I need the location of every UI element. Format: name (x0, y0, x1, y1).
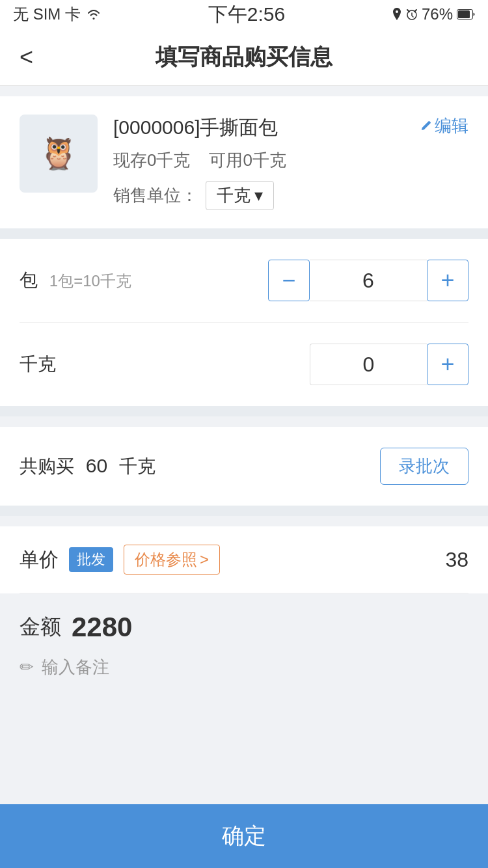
battery-text: 76% (422, 5, 453, 23)
price-ref-label: 价格参照 (135, 549, 197, 570)
price-ref-button[interactable]: 价格参照 > (124, 545, 220, 575)
total-amount: 60 (86, 455, 107, 476)
quantity-control-kg: + (310, 344, 468, 385)
product-info: [0000006]手撕面包 编辑 现存0千克 可用0千克 销售单位： 千克 ▾ (113, 115, 468, 210)
divider-2 (0, 406, 488, 416)
total-row: 共购买 60 千克 录批次 (20, 427, 468, 506)
available-label: 可用0千克 (209, 150, 286, 170)
stock-label: 现存0千克 (113, 150, 190, 170)
price-row: 单价 批发 价格参照 > 38 (20, 545, 468, 593)
price-section: 单价 批发 价格参照 > 38 (0, 526, 488, 593)
quantity-control-bao: − + (268, 260, 468, 301)
product-stock: 现存0千克 可用0千克 (113, 149, 468, 172)
increment-bao-button[interactable]: + (427, 260, 468, 301)
total-label: 共购买 (20, 456, 74, 476)
svg-rect-2 (458, 10, 470, 18)
remark-edit-icon: ✏ (20, 657, 34, 677)
confirm-button[interactable]: 确定 (0, 804, 488, 868)
wifi-icon (86, 8, 102, 20)
quantity-row-bao: 包 1包=10千克 − + (20, 239, 468, 323)
product-image: 🦉 (20, 115, 98, 193)
price-type-tag: 批发 (69, 547, 113, 572)
edit-icon (419, 120, 432, 133)
quantity-label-text-bao: 包 (20, 270, 38, 290)
status-time: 下午2:56 (208, 1, 285, 28)
status-carrier: 无 SIM 卡 (13, 4, 102, 25)
unit-chevron-icon: ▾ (254, 185, 263, 206)
back-button[interactable]: < (20, 44, 33, 71)
unit-value: 千克 (217, 184, 251, 207)
product-owl-icon: 🦉 (39, 135, 78, 172)
divider-1 (0, 228, 488, 239)
quantity-input-bao[interactable] (310, 260, 427, 301)
total-unit: 千克 (119, 456, 156, 476)
decrement-bao-button[interactable]: − (268, 260, 310, 301)
amount-row: 金额 2280 (20, 612, 468, 643)
amount-section: 金额 2280 ✏ 输入备注 (0, 593, 488, 697)
status-bar: 无 SIM 卡 下午2:56 76% (0, 0, 488, 29)
quantity-label-text-kg: 千克 (20, 354, 56, 374)
carrier-text: 无 SIM 卡 (13, 4, 81, 25)
divider-3 (0, 506, 488, 516)
amount-value: 2280 (72, 612, 132, 643)
remark-row[interactable]: ✏ 输入备注 (20, 656, 468, 679)
nav-bar: < 填写商品购买信息 (0, 29, 488, 86)
remark-placeholder: 输入备注 (42, 656, 109, 679)
edit-button[interactable]: 编辑 (419, 115, 468, 137)
batch-button[interactable]: 录批次 (380, 448, 468, 485)
amount-label: 金额 (20, 613, 61, 642)
unit-select[interactable]: 千克 ▾ (206, 181, 274, 210)
edit-label: 编辑 (435, 115, 468, 137)
location-icon (392, 8, 402, 21)
increment-kg-button[interactable]: + (427, 344, 468, 385)
product-unit-row: 销售单位： 千克 ▾ (113, 181, 468, 210)
battery-icon (457, 9, 475, 20)
total-section: 共购买 60 千克 录批次 (0, 427, 488, 506)
product-full-name: [0000006]手撕面包 (113, 115, 419, 141)
unit-label: 销售单位： (113, 184, 198, 207)
total-label-group: 共购买 60 千克 (20, 454, 156, 479)
quantity-label-bao: 包 1包=10千克 (20, 268, 131, 293)
product-card: 🦉 [0000006]手撕面包 编辑 现存0千克 可用0千克 销售单位： 千克 … (0, 96, 488, 228)
status-right: 76% (392, 5, 475, 23)
quantity-label-kg: 千克 (20, 352, 56, 377)
page-title: 填写商品购买信息 (156, 42, 332, 72)
quantity-input-kg[interactable] (310, 344, 427, 385)
price-label: 单价 (20, 547, 59, 573)
product-name-row: [0000006]手撕面包 编辑 (113, 115, 468, 141)
quantity-row-kg: 千克 + (20, 323, 468, 406)
price-value: 38 (445, 548, 468, 572)
price-ref-arrow-icon: > (200, 550, 209, 569)
alarm-icon (406, 8, 418, 21)
quantity-hint-bao: 1包=10千克 (49, 272, 131, 290)
quantity-section: 包 1包=10千克 − + 千克 + (0, 239, 488, 406)
